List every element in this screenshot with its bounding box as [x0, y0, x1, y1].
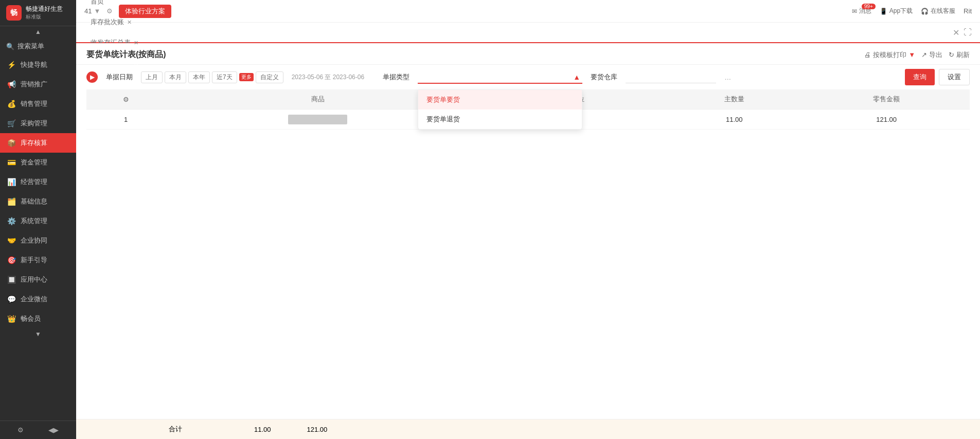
- type-select-input[interactable]: [418, 71, 582, 84]
- sidebar-item-operations[interactable]: 📊经营管理: [0, 172, 76, 192]
- sidebar-label-basic: 基础信息: [21, 197, 47, 206]
- query-button[interactable]: 查询: [905, 69, 935, 85]
- warehouse-more-icon[interactable]: …: [724, 74, 731, 81]
- last-month-button[interactable]: 上月: [141, 71, 163, 83]
- tab-expand-button[interactable]: ⛶: [964, 28, 972, 38]
- page-content: 要货单统计表(按商品) 🖨 按模板打印 ▼ ↗ 导出 ↻ 刷新 ▶: [76, 43, 980, 439]
- sales-icon: 💰: [6, 100, 16, 108]
- last-7days-button[interactable]: 近7天: [212, 71, 237, 83]
- row-index-0: 1: [86, 109, 165, 130]
- warehouse-filter-input[interactable]: [626, 71, 716, 83]
- sidebar-label-operations: 经营管理: [21, 177, 47, 187]
- basic-icon: 🗂️: [6, 197, 16, 206]
- tab-label-inventory-batch: 库存批次账: [91, 17, 124, 27]
- sidebar-label-marketing: 营销推广: [21, 80, 47, 89]
- custom-date-button[interactable]: 自定义: [256, 71, 283, 83]
- tab-close-all-button[interactable]: ✕: [953, 28, 959, 38]
- tab-inventory-batch[interactable]: 库存批次账✕: [84, 12, 145, 32]
- page-header: 要货单统计表(按商品) 🖨 按模板打印 ▼ ↗ 导出 ↻ 刷新: [76, 43, 980, 64]
- user-avatar[interactable]: Rit: [964, 7, 972, 15]
- row-qty-0: 11.00: [665, 109, 803, 130]
- type-select-arrow[interactable]: ▲: [573, 73, 580, 81]
- more-date-badge[interactable]: 更多: [239, 73, 254, 81]
- sidebar-item-appstore[interactable]: 🔲应用中心: [0, 270, 76, 289]
- app-logo: 畅: [6, 5, 22, 21]
- tab-home[interactable]: 首页: [84, 0, 145, 12]
- support-link[interactable]: 🎧 在线客服: [921, 7, 955, 15]
- messages-badge[interactable]: ✉ 消息 99+: [852, 7, 871, 15]
- sidebar-item-quick-nav[interactable]: ⚡快捷导航: [0, 55, 76, 75]
- refresh-icon: ↻: [949, 51, 954, 59]
- this-year-button[interactable]: 本年: [188, 71, 210, 83]
- marketing-icon: 📢: [6, 80, 16, 88]
- system-icon: ⚙️: [6, 217, 16, 225]
- sidebar-item-finance[interactable]: 💳资金管理: [0, 153, 76, 172]
- page-title: 要货单统计表(按商品): [86, 49, 166, 60]
- finance-icon: 💳: [6, 158, 16, 167]
- type-dropdown: 要货单要货 要货单退货: [418, 89, 582, 130]
- print-button[interactable]: 🖨 按模板打印 ▼: [864, 50, 915, 60]
- user-name: Rit: [964, 7, 972, 15]
- this-month-button[interactable]: 本月: [165, 71, 186, 83]
- sidebar-item-enterprise[interactable]: 🤝企业协同: [0, 231, 76, 250]
- sidebar-item-system[interactable]: ⚙️系统管理: [0, 211, 76, 231]
- filter-actions: 查询 设置: [905, 69, 970, 85]
- tab-close-inventory-batch[interactable]: ✕: [127, 19, 132, 26]
- sidebar-item-inventory[interactable]: 📦库存核算: [0, 133, 76, 153]
- appstore-icon: 🔲: [6, 276, 16, 284]
- type-filter-label: 单据类型: [383, 72, 409, 82]
- table-footer: 合计 11.00 121.00: [76, 419, 980, 439]
- tab-close-order-stats[interactable]: ✕: [134, 60, 138, 67]
- refresh-button[interactable]: ↻ 刷新: [949, 50, 970, 60]
- col-header-amount: 零售金额: [803, 89, 970, 109]
- search-icon: 🔍: [6, 43, 14, 50]
- sidebar-label-inventory: 库存核算: [21, 138, 47, 148]
- sidebar-item-marketing[interactable]: 📢营销推广: [0, 75, 76, 94]
- page-actions: 🖨 按模板打印 ▼ ↗ 导出 ↻ 刷新: [864, 50, 970, 60]
- topbar-right: ✉ 消息 99+ 📱 App下载 🎧 在线客服 Rit: [852, 7, 972, 15]
- date-filter-label: 单据日期: [106, 72, 133, 82]
- sidebar-item-basic[interactable]: 🗂️基础信息: [0, 192, 76, 211]
- support-icon: 🎧: [921, 8, 929, 15]
- sidebar-item-purchase[interactable]: 🛒采购管理: [0, 114, 76, 133]
- export-label: 导出: [929, 50, 942, 60]
- print-icon: 🖨: [864, 51, 871, 59]
- wechat-icon: 💬: [6, 295, 16, 303]
- guide-icon: 🎯: [6, 256, 16, 264]
- sidebar-label-enterprise: 企业协同: [21, 236, 47, 245]
- purchase-icon: 🛒: [6, 119, 16, 127]
- sidebar-label-sales: 销售管理: [21, 99, 47, 108]
- app-download-link[interactable]: 📱 App下载: [880, 7, 913, 15]
- sidebar-item-sales[interactable]: 💰销售管理: [0, 94, 76, 114]
- col-header-qty: 主数量: [665, 89, 803, 109]
- sidebar-item-member[interactable]: 👑畅会员: [0, 309, 76, 328]
- sidebar-scroll-up[interactable]: ▲: [0, 26, 76, 38]
- sidebar-item-guide[interactable]: 🎯新手引导: [0, 250, 76, 270]
- filter-expand-button[interactable]: ▶: [86, 71, 98, 83]
- settings-icon[interactable]: ⚙: [17, 426, 24, 434]
- export-button[interactable]: ↗ 导出: [921, 50, 942, 60]
- sidebar-scroll-down[interactable]: ▼: [0, 328, 76, 340]
- sidebar-label-wechat: 企业微信: [21, 295, 47, 304]
- footer-total-label: 合计: [169, 425, 182, 434]
- footer-total-qty: 11.00: [254, 426, 271, 433]
- dropdown-item-order-goods[interactable]: 要货单要货: [418, 90, 582, 109]
- search-menu-item[interactable]: 🔍 搜索菜单: [0, 38, 76, 55]
- sidebar: 畅 畅捷通好生意 标准版 ▲ 🔍 搜索菜单 ⚡快捷导航📢营销推广💰销售管理🛒采购…: [0, 0, 76, 439]
- sidebar-item-wechat[interactable]: 💬企业微信: [0, 289, 76, 309]
- main-content: 41 ▼ ⚙ 体验行业方案 ✉ 消息 99+ 📱 App下载 🎧 在线客服 Ri…: [76, 0, 980, 439]
- topbar: 41 ▼ ⚙ 体验行业方案 ✉ 消息 99+ 📱 App下载 🎧 在线客服 Ri…: [76, 0, 980, 23]
- messages-count: 99+: [862, 4, 876, 9]
- tab-bar: 首页库存批次账✕收发存汇总表✕要货单统计表✕ ✕ ⛶: [76, 23, 980, 43]
- sidebar-label-system: 系统管理: [21, 216, 47, 226]
- setting-button[interactable]: 设置: [939, 69, 970, 85]
- tab-close-shipment-summary[interactable]: ✕: [134, 40, 138, 46]
- tabs-right: ✕ ⛶: [953, 28, 972, 38]
- member-icon: 👑: [6, 315, 16, 323]
- warehouse-filter-label: 要货仓库: [591, 72, 617, 82]
- col-header-settings[interactable]: ⚙: [86, 89, 165, 109]
- date-range-display: 2023-05-06 至 2023-06-06: [292, 73, 364, 82]
- dropdown-item-order-return[interactable]: 要货单退货: [418, 109, 582, 129]
- collapse-icon[interactable]: ◀▶: [48, 426, 59, 434]
- sidebar-label-finance: 资金管理: [21, 158, 47, 167]
